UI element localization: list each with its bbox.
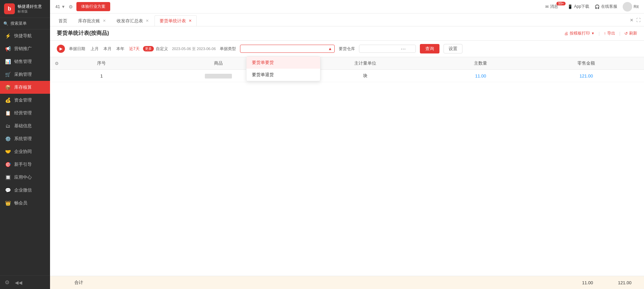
inventory-icon: 📦 bbox=[5, 85, 11, 90]
date-btn-this-month[interactable]: 本月 bbox=[102, 45, 113, 52]
sidebar-item-system[interactable]: ⚙️ 系统管理 bbox=[0, 132, 50, 145]
table-header-row: ⚙ 序号 商品 主计量单位 主数量 零售金额 bbox=[50, 57, 644, 70]
expand-icon: ▶ bbox=[59, 46, 63, 51]
date-btn-this-year[interactable]: 本年 bbox=[115, 45, 126, 52]
finance-icon: 💰 bbox=[5, 97, 11, 103]
marketing-icon: 📢 bbox=[5, 46, 11, 51]
print-dropdown-icon: ▼ bbox=[591, 31, 595, 35]
dropdown-item-order-return[interactable]: 要货单退货 bbox=[246, 69, 320, 81]
type-filter-wrapper: ▲ bbox=[240, 45, 335, 53]
tab-invoice-summary[interactable]: 收发存汇总表 ✕ bbox=[112, 15, 154, 26]
sidebar-item-cooperation[interactable]: 🤝 企业协同 bbox=[0, 145, 50, 158]
store-selector[interactable]: 41 ▼ bbox=[55, 4, 65, 9]
date-range-display: 2023-05-06 至 2023-06-06 bbox=[172, 46, 216, 51]
sidebar-logo: b 畅捷通好生意 标准版 bbox=[0, 0, 50, 18]
total-row: 合计 11.00 121.00 bbox=[50, 276, 644, 289]
sidebar-settings-icon[interactable]: ⚙ bbox=[5, 279, 9, 286]
date-custom-button[interactable]: 自定义 bbox=[156, 46, 168, 52]
warehouse-more-icon[interactable]: ··· bbox=[401, 45, 406, 52]
sidebar-item-marketing[interactable]: 📢 营销推广 bbox=[0, 42, 50, 55]
date-btn-last-month[interactable]: 上月 bbox=[89, 45, 100, 52]
page-header: 要货单统计表(按商品) 🖨 按模板打印 ▼ | ↑ 导出 | ↺ 刷新 bbox=[50, 26, 644, 41]
type-filter-label: 单据类型 bbox=[220, 46, 236, 52]
operation-icon: 📋 bbox=[5, 110, 11, 116]
table-col-amount: 零售金额 bbox=[528, 57, 644, 70]
filter-expand-button[interactable]: ▶ bbox=[57, 45, 65, 53]
app-logo-icon: b bbox=[4, 3, 15, 14]
cooperation-icon: 🤝 bbox=[5, 149, 11, 154]
table-cell-row-settings bbox=[50, 70, 64, 82]
store-number: 41 bbox=[55, 4, 60, 9]
store-dropdown-icon: ▼ bbox=[61, 4, 65, 9]
query-button[interactable]: 查询 bbox=[420, 44, 439, 53]
close-tab-order-stats[interactable]: ✕ bbox=[189, 19, 192, 23]
date-more-button[interactable]: 更多 bbox=[143, 46, 154, 51]
main-content: 41 ▼ ⚙ 体验行业方案 ✉ 消息 99+ 📱 App下载 🎧 在线客服 R bbox=[50, 0, 644, 289]
sidebar-item-finance[interactable]: 💰 资金管理 bbox=[0, 94, 50, 107]
quick-nav-icon: ⚡ bbox=[5, 33, 11, 39]
header-left: 41 ▼ ⚙ 体验行业方案 bbox=[55, 2, 110, 11]
sidebar-nav: ⚡ 快捷导航 📢 营销推广 📊 销售管理 🛒 采购管理 📦 库存核算 💰 资金管… bbox=[0, 29, 50, 275]
sidebar-search-area[interactable]: 🔍 搜索菜单 bbox=[0, 18, 50, 29]
search-icon: 🔍 bbox=[3, 21, 8, 26]
table-area: ⚙ 序号 商品 主计量单位 主数量 零售金额 1 bbox=[50, 57, 644, 276]
sidebar-item-purchase[interactable]: 🛒 采购管理 bbox=[0, 68, 50, 81]
export-button[interactable]: ↑ 导出 bbox=[604, 30, 615, 36]
sales-icon: 📊 bbox=[5, 59, 11, 64]
header-right: ✉ 消息 99+ 📱 App下载 🎧 在线客服 Rit bbox=[545, 2, 639, 12]
app-logo-text: 畅捷通好生意 标准版 bbox=[18, 4, 42, 14]
refresh-button[interactable]: ↺ 刷新 bbox=[624, 30, 637, 36]
close-all-tabs-icon[interactable]: ✕ bbox=[630, 17, 634, 22]
page-title: 要货单统计表(按商品) bbox=[57, 30, 109, 40]
sidebar-collapse-icon[interactable]: ◀◀ bbox=[15, 280, 22, 285]
message-icon: ✉ bbox=[545, 4, 549, 9]
close-tab-batch-account[interactable]: ✕ bbox=[103, 19, 106, 23]
tab-batch-account[interactable]: 库存批次账 ✕ bbox=[73, 15, 111, 26]
date-filter-label: 单据日期 bbox=[69, 46, 85, 52]
table-cell-amount[interactable]: 121.00 bbox=[528, 70, 644, 82]
sidebar-item-wechat[interactable]: 💬 企业微信 bbox=[0, 184, 50, 197]
type-dropdown-chevron-icon[interactable]: ▲ bbox=[328, 46, 332, 51]
vip-icon: 👑 bbox=[5, 200, 11, 206]
sidebar: b 畅捷通好生意 标准版 🔍 搜索菜单 ⚡ 快捷导航 📢 营销推广 📊 销售管理… bbox=[0, 0, 50, 289]
user-avatar-area[interactable]: Rit bbox=[623, 2, 639, 12]
app-download-icon: 📱 bbox=[568, 4, 573, 9]
sidebar-bottom: ⚙ ◀◀ bbox=[0, 275, 50, 289]
warehouse-filter-input[interactable] bbox=[359, 45, 416, 53]
avatar bbox=[623, 2, 632, 12]
maximize-icon[interactable]: ⛶ bbox=[636, 17, 641, 22]
warehouse-filter-label: 要货仓库 bbox=[339, 46, 355, 52]
date-btn-last-7days[interactable]: 近7天 bbox=[128, 45, 141, 52]
page-header-actions: 🖨 按模板打印 ▼ | ↑ 导出 | ↺ 刷新 bbox=[564, 30, 637, 40]
search-menu-button[interactable]: 🔍 搜索菜单 bbox=[3, 21, 47, 26]
tab-order-stats[interactable]: 要货单统计表 ✕ bbox=[154, 15, 197, 26]
dropdown-item-order-goods[interactable]: 要货单要货 bbox=[246, 57, 320, 69]
sidebar-item-guide[interactable]: 🎯 新手引导 bbox=[0, 158, 50, 171]
close-tab-invoice-summary[interactable]: ✕ bbox=[146, 19, 149, 23]
table-col-quantity: 主数量 bbox=[433, 57, 528, 70]
print-icon: 🖨 bbox=[564, 31, 568, 36]
sidebar-item-apps[interactable]: 🔲 应用中心 bbox=[0, 171, 50, 184]
tab-home[interactable]: 首页 bbox=[53, 15, 72, 26]
table-cell-quantity[interactable]: 11.00 bbox=[433, 70, 528, 82]
date-quick-buttons: 上月 本月 本年 近7天 更多 自定义 bbox=[89, 45, 168, 52]
trial-button[interactable]: 体验行业方案 bbox=[76, 2, 110, 11]
sidebar-item-vip[interactable]: 👑 畅会员 bbox=[0, 197, 50, 209]
column-settings-icon[interactable]: ⚙ bbox=[55, 61, 59, 66]
print-template-button[interactable]: 🖨 按模板打印 ▼ bbox=[564, 30, 595, 36]
sidebar-item-operation[interactable]: 📋 经营管理 bbox=[0, 107, 50, 119]
message-button[interactable]: ✉ 消息 99+ bbox=[545, 4, 562, 9]
sidebar-item-quick-nav[interactable]: ⚡ 快捷导航 bbox=[0, 29, 50, 42]
export-icon: ↑ bbox=[604, 31, 606, 36]
type-filter-input[interactable] bbox=[240, 45, 335, 53]
system-icon: ⚙️ bbox=[5, 136, 11, 141]
header-gear-icon[interactable]: ⚙ bbox=[69, 4, 73, 9]
app-download-button[interactable]: 📱 App下载 bbox=[568, 4, 589, 9]
filter-settings-button[interactable]: 设置 bbox=[444, 44, 462, 53]
sidebar-item-inventory[interactable]: 📦 库存核算 bbox=[0, 81, 50, 94]
table-cell-index: 1 bbox=[64, 70, 140, 82]
online-service-button[interactable]: 🎧 在线客服 bbox=[595, 4, 617, 9]
sidebar-item-sales[interactable]: 📊 销售管理 bbox=[0, 55, 50, 68]
table-col-settings: ⚙ bbox=[50, 57, 64, 70]
sidebar-item-basic[interactable]: 🗂 基础信息 bbox=[0, 119, 50, 132]
